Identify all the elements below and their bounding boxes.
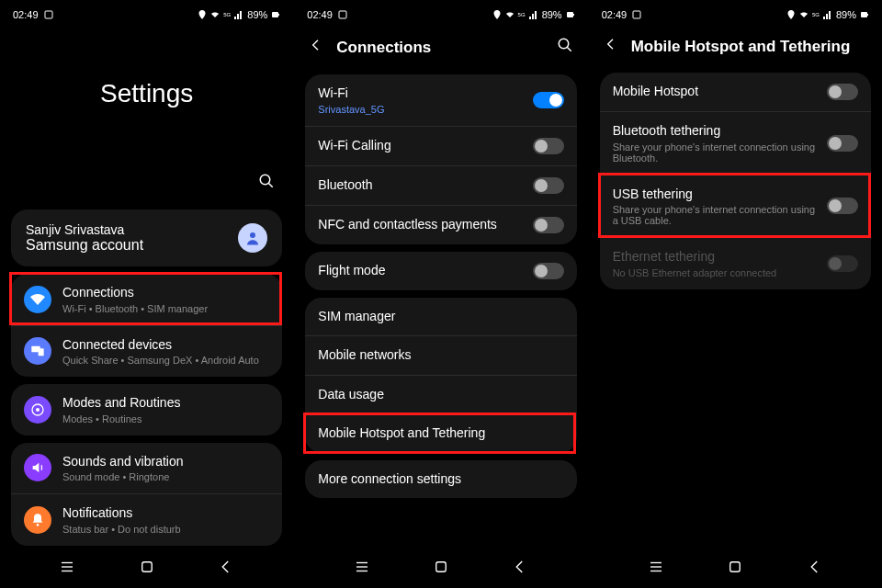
row-sub: Srivastava_5G (318, 104, 521, 115)
clock: 02:49 (13, 9, 39, 20)
home-button[interactable] (433, 559, 449, 579)
wifi-icon (799, 10, 808, 19)
row-sub: Quick Share • Samsung DeX • Android Auto (62, 355, 269, 366)
screenshot-icon (632, 10, 641, 19)
row-sounds[interactable]: Sounds and vibrationSound mode • Rington… (11, 443, 282, 494)
row-flight-mode[interactable]: Flight mode (305, 252, 576, 290)
svg-point-18 (559, 39, 569, 49)
recents-button[interactable] (354, 559, 370, 579)
notifications-icon (24, 506, 51, 534)
toggle-bt-tethering[interactable] (827, 135, 858, 152)
toggle-mobile-hotspot[interactable] (827, 84, 858, 100)
row-data-usage[interactable]: Data usage (305, 375, 576, 414)
modes-routines-icon (24, 396, 51, 424)
signal-icon (529, 10, 538, 19)
back-icon[interactable] (604, 37, 618, 56)
svg-rect-7 (39, 349, 44, 356)
screenshot-icon (338, 10, 347, 19)
row-title: SIM manager (318, 309, 563, 325)
row-connections[interactable]: ConnectionsWi-Fi • Bluetooth • SIM manag… (11, 274, 282, 325)
group-connections: ConnectionsWi-Fi • Bluetooth • SIM manag… (11, 274, 282, 377)
account-card[interactable]: Sanjiv Srivastava Samsung account (11, 209, 282, 266)
row-hotspot-tethering[interactable]: Mobile Hotspot and Tethering (305, 413, 576, 453)
svg-rect-30 (730, 562, 741, 572)
row-sub: Wi-Fi • Bluetooth • SIM manager (62, 303, 269, 314)
battery-pct: 89% (247, 9, 267, 20)
sounds-icon (24, 454, 51, 481)
row-title: Flight mode (318, 263, 521, 279)
status-bar: 02:49 5G 89% (589, 0, 882, 24)
signal-icon (823, 10, 832, 19)
row-title: Bluetooth tethering (613, 123, 816, 140)
back-button[interactable] (218, 559, 234, 579)
page-title: Mobile Hotspot and Tethering (631, 38, 851, 56)
search-icon[interactable] (258, 173, 275, 193)
location-icon (198, 10, 207, 19)
connections-icon (24, 286, 51, 313)
svg-rect-2 (278, 14, 279, 16)
row-title: Mobile Hotspot (613, 84, 816, 100)
wifi-icon (505, 10, 514, 19)
svg-rect-0 (45, 11, 52, 18)
screen-settings: 02:49 5G 89% Settings Sanjiv Srivastava … (0, 0, 294, 588)
svg-rect-1 (272, 12, 278, 17)
row-sub: Modes • Routines (62, 413, 269, 424)
svg-point-10 (37, 524, 40, 526)
row-mobile-hotspot[interactable]: Mobile Hotspot (600, 73, 871, 111)
row-bluetooth[interactable]: Bluetooth (305, 165, 576, 205)
back-button[interactable] (512, 559, 528, 579)
row-title: Sounds and vibration (62, 454, 269, 470)
back-button[interactable] (807, 559, 823, 579)
account-sub: Samsung account (26, 237, 143, 254)
toggle-flight-mode[interactable] (533, 263, 564, 279)
row-title: Connections (62, 285, 269, 301)
row-more-conn[interactable]: More connection settings (305, 460, 576, 499)
row-bt-tethering[interactable]: Bluetooth tetheringShare your phone's in… (600, 111, 871, 175)
row-notifications[interactable]: NotificationsStatus bar • Do not disturb (11, 493, 282, 546)
svg-point-3 (261, 175, 271, 185)
home-button[interactable] (727, 559, 743, 579)
row-title: Notifications (62, 505, 269, 522)
recents-button[interactable] (648, 559, 664, 579)
row-usb-tethering[interactable]: USB tetheringShare your phone's internet… (600, 175, 871, 238)
row-sim-manager[interactable]: SIM manager (305, 298, 576, 336)
row-title: USB tethering (613, 187, 816, 203)
toggle-usb-tethering[interactable] (827, 198, 858, 214)
svg-point-5 (250, 232, 255, 238)
row-title: Connected devices (62, 337, 269, 354)
nav-bar (0, 548, 293, 588)
row-title: NFC and contactless payments (318, 217, 521, 233)
search-icon[interactable] (557, 37, 573, 58)
status-bar: 02:49 5G 89% (294, 0, 587, 24)
home-button[interactable] (139, 559, 155, 579)
back-icon[interactable] (309, 38, 323, 57)
row-nfc[interactable]: NFC and contactless payments (305, 205, 576, 244)
row-mobile-networks[interactable]: Mobile networks (305, 335, 576, 375)
recents-button[interactable] (59, 559, 75, 579)
row-title: Modes and Routines (62, 395, 269, 412)
wifi-icon (210, 10, 220, 19)
group-sounds: Sounds and vibrationSound mode • Rington… (11, 443, 282, 546)
svg-rect-16 (567, 12, 573, 17)
row-sub: Share your phone's internet connection u… (613, 204, 816, 226)
row-title: Ethernet tethering (613, 249, 816, 266)
toggle-bluetooth[interactable] (533, 177, 564, 194)
screen-connections: 02:49 5G 89% Connections Wi-FiSrivastava… (294, 0, 588, 588)
battery-icon (860, 10, 869, 19)
row-connected-devices[interactable]: Connected devicesQuick Share • Samsung D… (11, 325, 282, 378)
svg-point-9 (36, 408, 40, 412)
signal-icon (234, 10, 243, 19)
toggle-wifi-calling[interactable] (533, 138, 564, 154)
row-modes-routines[interactable]: Modes and RoutinesModes • Routines (11, 384, 282, 435)
row-eth-tethering[interactable]: Ethernet tetheringNo USB Ethernet adapte… (600, 237, 871, 289)
row-title: Mobile networks (318, 347, 563, 364)
location-icon (786, 10, 796, 19)
row-wifi-calling[interactable]: Wi-Fi Calling (305, 126, 576, 165)
row-wifi[interactable]: Wi-FiSrivastava_5G (305, 74, 576, 126)
svg-rect-26 (867, 14, 868, 16)
toggle-wifi[interactable] (533, 92, 564, 108)
screenshot-icon (44, 10, 53, 19)
toggle-nfc[interactable] (533, 217, 564, 233)
account-name: Sanjiv Srivastava (26, 222, 143, 237)
battery-icon (566, 10, 575, 19)
